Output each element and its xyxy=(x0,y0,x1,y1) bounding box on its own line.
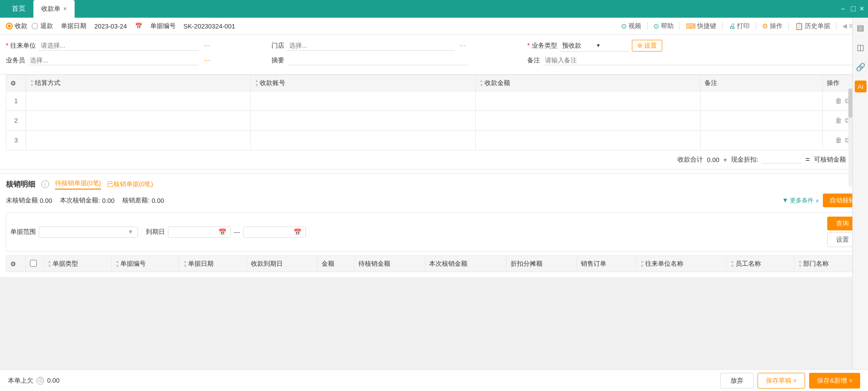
reconcile-title: 核销明细 xyxy=(6,180,35,189)
panel-icon-4[interactable]: Ai xyxy=(855,81,867,92)
col-settlement-header: ▲▼ 结算方式 xyxy=(26,75,251,91)
sort-type-icon[interactable]: ▲▼ xyxy=(48,260,52,268)
form-area: * 往来单位 ··· 门店 ··· * 业务类型 预收款 ▼ ⚙ xyxy=(0,35,868,75)
date-to-text[interactable]: 2022-04-12 xyxy=(247,228,292,236)
save-new-button[interactable]: 保存&新增 ∨ xyxy=(809,373,860,389)
info-icon[interactable]: i xyxy=(41,180,49,188)
tab-receipt[interactable]: 收款单 × xyxy=(33,0,75,18)
row-settlement-3[interactable] xyxy=(26,131,251,150)
range-input[interactable] xyxy=(43,228,126,236)
reconcile-section: 核销明细 i 待核销单据(0笔) 已核销单据(0笔) 未核销金额 0.00 本次… xyxy=(0,173,868,277)
sort-account-icon[interactable]: ▲▼ xyxy=(255,79,259,87)
footer-local-label: 本单上欠 xyxy=(8,376,33,385)
panel-icon-1[interactable]: ▤ xyxy=(855,22,867,33)
sort-amount-icon[interactable]: ▲▼ xyxy=(480,79,484,87)
footer-info-icon[interactable]: ⓪ xyxy=(36,377,44,385)
filter-icon[interactable]: ▼ 更多条件 ∧ xyxy=(782,196,819,205)
store-field: 门店 ··· xyxy=(271,41,468,51)
receipt-table-container: ⚙ ▲▼ 结算方式 ▲▼ 收款账号 xyxy=(0,75,868,150)
footer-local-value: 0.00 xyxy=(47,377,59,384)
radio-refund[interactable]: 退款 xyxy=(31,22,53,30)
table-row: 1 🗑 ⧉ xyxy=(6,91,862,111)
shortcut-btn[interactable]: ⌨ 快捷键 xyxy=(686,22,716,30)
date-value[interactable]: 2023-03-24 xyxy=(94,23,127,30)
right-panel: ▤ ◫ 🔗 Ai xyxy=(852,18,868,391)
history-btn[interactable]: 📋 历史单据 xyxy=(795,22,830,30)
delete-row-2-icon[interactable]: 🗑 xyxy=(835,116,842,125)
range-dropdown-icon[interactable]: ▼ xyxy=(128,228,134,235)
date-from-text[interactable]: 2022-04-01 xyxy=(172,228,217,236)
row-amount-3[interactable] xyxy=(475,131,700,150)
store-more-btn[interactable]: ··· xyxy=(458,41,468,50)
scrollbar-thumb[interactable] xyxy=(848,88,852,118)
delete-row-3-icon[interactable]: 🗑 xyxy=(835,136,842,144)
total-value: 0.00 xyxy=(707,156,719,164)
prev-icon[interactable]: ◀ xyxy=(842,23,847,29)
panel-icon-3[interactable]: 🔗 xyxy=(855,61,867,73)
operation-btn[interactable]: ⚙ 操作 xyxy=(762,22,783,30)
sort-dept-icon[interactable]: ▲▼ xyxy=(798,260,802,268)
dropdown-arrow-icon: ▼ xyxy=(596,43,627,48)
restore-button[interactable]: □ xyxy=(851,4,856,13)
sort-partner-icon[interactable]: ▲▼ xyxy=(640,260,644,268)
sort-number-icon[interactable]: ▲▼ xyxy=(115,260,119,268)
range-field: 单据范围 ▼ xyxy=(10,226,138,238)
bt-col-checkbox xyxy=(26,256,44,272)
tab-home[interactable]: 首页 xyxy=(4,0,33,18)
done-tab[interactable]: 已核销单据(0笔) xyxy=(107,180,153,189)
row-remark-1[interactable] xyxy=(700,91,822,111)
print-btn[interactable]: 🖨 打印 xyxy=(729,22,750,30)
due-date-label: 到期日 xyxy=(146,227,165,236)
pending-tab[interactable]: 待核销单据(0笔) xyxy=(55,179,101,190)
row-amount-1[interactable] xyxy=(475,91,700,111)
radio-receipt-circle xyxy=(6,23,13,29)
help-btn[interactable]: ⊙ 帮助 xyxy=(653,22,674,30)
abandon-button[interactable]: 放弃 xyxy=(720,373,754,389)
calendar-icon[interactable]: 📅 xyxy=(135,23,142,29)
calendar-to-icon[interactable]: 📅 xyxy=(294,228,301,236)
salesperson-more-btn[interactable]: ··· xyxy=(202,56,212,65)
row-settlement-1[interactable] xyxy=(26,91,251,111)
store-input[interactable] xyxy=(287,41,455,51)
row-settlement-2[interactable] xyxy=(26,111,251,131)
print-icon: 🖨 xyxy=(729,22,735,30)
range-input-box[interactable]: ▼ xyxy=(39,226,138,238)
save-draft-button[interactable]: 保存草稿 ∨ xyxy=(758,373,805,389)
minimize-button[interactable]: － xyxy=(839,4,847,14)
close-button[interactable]: × xyxy=(860,4,864,13)
summary-input[interactable] xyxy=(287,56,468,65)
select-all-checkbox[interactable] xyxy=(30,260,37,267)
sort-employee-icon[interactable]: ▲▼ xyxy=(731,260,734,268)
row-amount-2[interactable] xyxy=(475,111,700,131)
settings-button[interactable]: ⚙ 设置 xyxy=(632,40,662,52)
sort-settlement-icon[interactable]: ▲▼ xyxy=(30,79,34,87)
row-account-2[interactable] xyxy=(250,111,475,131)
row-remark-3[interactable] xyxy=(700,131,822,150)
remark-label: 备注 xyxy=(527,56,540,65)
remark-field: 备注 xyxy=(527,56,862,65)
bt-settings-icon: ⚙ xyxy=(10,260,16,268)
video-btn[interactable]: ⊙ 视频 xyxy=(621,22,641,30)
business-type-select[interactable]: 预收款 ▼ xyxy=(560,40,629,52)
col-settings[interactable]: ⚙ xyxy=(6,75,26,91)
panel-icon-2[interactable]: ◫ xyxy=(855,41,867,53)
partner-input[interactable] xyxy=(39,41,199,51)
row-remark-2[interactable] xyxy=(700,111,822,131)
row-account-1[interactable] xyxy=(250,91,475,111)
delete-row-1-icon[interactable]: 🗑 xyxy=(835,97,842,105)
sort-date-icon[interactable]: ▲▼ xyxy=(183,260,187,268)
remark-input[interactable] xyxy=(543,56,862,65)
row-account-3[interactable] xyxy=(250,131,475,150)
discount-input[interactable] xyxy=(762,156,801,164)
tab-close-icon[interactable]: × xyxy=(63,5,67,12)
date-to-input[interactable]: 2022-04-12 📅 xyxy=(243,226,306,238)
date-from-input[interactable]: 2022-04-01 📅 xyxy=(168,226,231,238)
salesperson-input[interactable] xyxy=(28,56,199,65)
bt-col-employee: ▲▼ 员工名称 xyxy=(726,256,794,272)
bt-col-settings[interactable]: ⚙ xyxy=(6,256,26,272)
total-label: 收款合计 xyxy=(678,155,703,164)
partner-more-btn[interactable]: ··· xyxy=(202,41,212,50)
bt-col-partner: ▲▼ 往来单位名称 xyxy=(636,256,727,272)
calendar-from-icon[interactable]: 📅 xyxy=(218,228,226,236)
radio-receipt[interactable]: 收款 xyxy=(6,22,27,30)
